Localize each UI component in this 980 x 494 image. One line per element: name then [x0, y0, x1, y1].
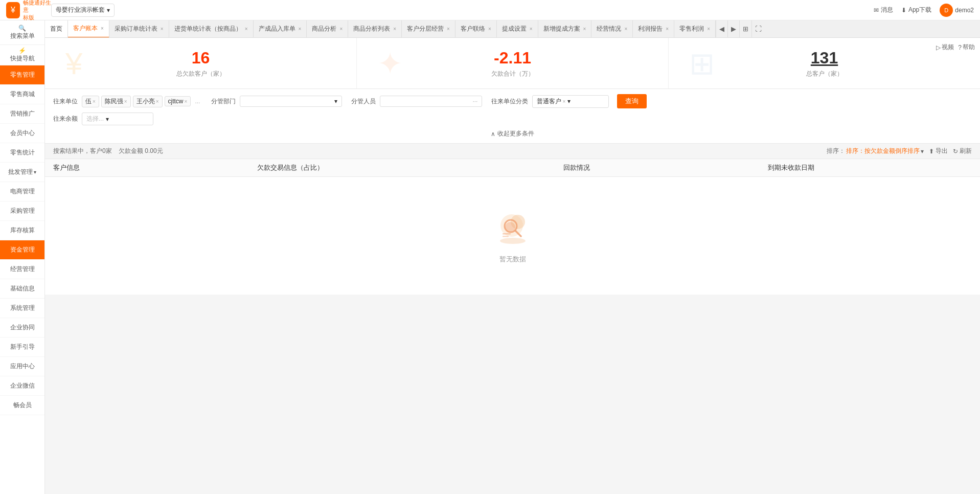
workspace-selector[interactable]: 母婴行业演示帐套 ▾ [51, 4, 115, 17]
top-right-actions: ✉ 消息 ⬇ App下载 D demo2 [874, 4, 974, 17]
sidebar-item-retail-stats[interactable]: 零售统计 [0, 143, 44, 163]
tab-customer-tier-close[interactable]: × [447, 26, 450, 32]
empty-text: 暂无数据 [499, 255, 526, 264]
content-area: 首页 客户账本 × 采购订单统计表 × 进货单统计表（按商品） × 产成品入库单… [45, 20, 980, 494]
tab-nav-left[interactable]: ◀ [716, 20, 727, 38]
tab-profit-report[interactable]: 利润报告 × [633, 20, 674, 38]
sidebar-item-wholesale-mgmt[interactable]: 批发管理 ▾ [0, 163, 44, 182]
tab-product-analysis[interactable]: 商品分析 × [307, 20, 348, 38]
sidebar-item-basic-info[interactable]: 基础信息 [0, 279, 44, 299]
sidebar-item-vip-member[interactable]: 畅会员 [0, 396, 44, 415]
unit-category-select[interactable]: 普通客户 × ▾ [532, 95, 609, 108]
result-summary-text: 搜索结果中，客户0家 [53, 147, 112, 154]
unit-tags-more[interactable]: ... [193, 97, 202, 106]
empty-state: 暂无数据 [45, 177, 980, 295]
tab-stock-stats-by-product[interactable]: 进货单统计表（按商品） × [169, 20, 254, 38]
stats-banner: ¥ 16 总欠款客户（家） ✦ -2.11 欠款合计（万） ⊞ 131 总客户（… [45, 38, 980, 89]
tab-operations-status[interactable]: 经营情况 × [591, 20, 633, 38]
sidebar-item-system[interactable]: 系统管理 [0, 299, 44, 318]
tab-customer-receivable[interactable]: 客户账本 × [68, 20, 109, 38]
export-btn[interactable]: ⬆ 导出 [929, 147, 948, 155]
sidebar-item-operations[interactable]: 经营管理 [0, 260, 44, 279]
unit-tag-wu-close[interactable]: × [93, 99, 96, 104]
user-profile[interactable]: D demo2 [940, 4, 974, 17]
stats-actions: ▷ 视频 ? 帮助 [936, 43, 975, 52]
tab-purchase-order-stats-close[interactable]: × [161, 26, 164, 32]
sidebar-item-retail-store[interactable]: 零售商城 [0, 85, 44, 104]
sidebar-item-inventory[interactable]: 库存核算 [0, 221, 44, 240]
tab-product-analysis-close[interactable]: × [339, 26, 343, 32]
sidebar-search[interactable]: 🔍 搜索菜单 [0, 20, 44, 45]
data-table: 客户信息 欠款交易信息（占比） 回款情况 到期未收款日期 [45, 159, 980, 295]
tab-promotion-settings-close[interactable]: × [530, 26, 533, 32]
svg-rect-7 [503, 236, 509, 237]
tab-product-analysis-list-close[interactable]: × [393, 26, 396, 32]
tab-new-promotion[interactable]: 新增提成方案 × [538, 20, 592, 38]
tabs-bar: 首页 客户账本 × 采购订单统计表 × 进货单统计表（按商品） × 产成品入库单… [45, 20, 980, 38]
unit-tag-chenminqiang-close[interactable]: × [124, 99, 127, 104]
sidebar-item-purchase[interactable]: 采购管理 [0, 201, 44, 221]
unit-category-close[interactable]: × [562, 99, 565, 104]
tab-nav-menu[interactable]: ⊞ [739, 20, 751, 38]
collapse-filters-btn[interactable]: ∧ 收起更多条件 [491, 129, 534, 138]
video-btn[interactable]: ▷ 视频 [936, 43, 954, 52]
download-icon: ⬇ [901, 7, 906, 14]
tab-purchase-order-stats[interactable]: 采购订单统计表 × [109, 20, 169, 38]
sidebar-item-marketing[interactable]: 营销推广 [0, 104, 44, 124]
logo-icon: ¥ [6, 2, 20, 18]
tab-customer-contact-close[interactable]: × [488, 26, 491, 32]
sidebar-item-enterprise-collab[interactable]: 企业协同 [0, 318, 44, 338]
balance-filter-label: 往来余额 [53, 115, 78, 123]
message-btn[interactable]: ✉ 消息 [874, 6, 893, 14]
tab-stock-stats-close[interactable]: × [245, 26, 248, 32]
tab-home[interactable]: 首页 [45, 20, 68, 38]
tab-promotion-settings[interactable]: 提成设置 × [497, 20, 538, 38]
sort-selector[interactable]: 排序： 排序：按欠款金额倒序排序 ▾ [827, 147, 924, 155]
tab-profit-report-label: 利润报告 [638, 25, 663, 33]
stats-card-receivable: ✦ -2.11 欠款合计（万） [357, 38, 669, 88]
query-button[interactable]: 查询 [617, 94, 647, 108]
sidebar-item-member-center[interactable]: 会员中心 [0, 124, 44, 143]
sidebar-item-enterprise-wechat[interactable]: 企业微信 [0, 376, 44, 396]
sort-value: 排序：按欠款金额倒序排序 [846, 147, 920, 155]
unit-category-label: 往来单位分类 [491, 97, 528, 106]
tab-retail-profit-close[interactable]: × [707, 26, 710, 32]
dept-select[interactable]: ▾ [240, 96, 342, 107]
sidebar-item-app-center[interactable]: 应用中心 [0, 357, 44, 376]
unit-tag-wangxiaoliang-close[interactable]: × [156, 99, 159, 104]
tab-fullscreen[interactable]: ⛶ [751, 20, 765, 38]
tab-product-cost-close[interactable]: × [299, 26, 302, 32]
unit-category-value: 普通客户 [537, 97, 561, 106]
chevron-down-icon-dept: ▾ [334, 98, 337, 105]
col-due-date: 到期未收款日期 [768, 163, 972, 172]
sidebar-item-ecommerce[interactable]: 电商管理 [0, 182, 44, 201]
svg-point-0 [500, 238, 526, 244]
sidebar-item-retail-mgmt[interactable]: 零售管理 [0, 65, 44, 85]
tab-product-analysis-list[interactable]: 商品分析列表 × [348, 20, 402, 38]
refresh-btn[interactable]: ↻ 刷新 [953, 147, 972, 155]
sidebar-item-finance[interactable]: 资金管理 [0, 240, 44, 260]
tab-nav-right[interactable]: ▶ [727, 20, 739, 38]
unit-tag-cjttcw-close[interactable]: × [185, 99, 188, 104]
app-download-btn[interactable]: ⬇ App下载 [901, 6, 931, 14]
empty-icon [492, 208, 533, 249]
tab-customer-contact[interactable]: 客户联络 × [455, 20, 497, 38]
help-btn[interactable]: ? 帮助 [958, 43, 975, 52]
tab-customer-tier[interactable]: 客户分层经营 × [402, 20, 455, 38]
tab-customer-receivable-close[interactable]: × [101, 26, 104, 31]
collapse-label: 收起更多条件 [497, 129, 534, 138]
stats-bg-icon-2: ✦ [377, 46, 403, 81]
export-icon: ⬆ [929, 148, 934, 155]
tab-product-cost[interactable]: 产成品入库单 × [254, 20, 307, 38]
tab-retail-profit[interactable]: 零售利润 × [674, 20, 716, 38]
tab-profit-report-close[interactable]: × [666, 26, 669, 32]
tab-new-promotion-close[interactable]: × [583, 26, 586, 32]
sidebar: 🔍 搜索菜单 ⚡ 快捷导航 零售管理 零售商城 营销推广 会员中心 零售统计 批… [0, 20, 45, 494]
tab-operations-status-close[interactable]: × [624, 26, 627, 32]
sidebar-item-new-guide[interactable]: 新手引导 [0, 338, 44, 357]
person-select[interactable]: ··· [380, 96, 482, 107]
sidebar-quick-nav[interactable]: ⚡ 快捷导航 [0, 45, 44, 65]
unit-tag-wu: 伍 × [82, 96, 99, 107]
tab-home-label: 首页 [50, 25, 62, 33]
balance-select[interactable]: 选择... ▾ [82, 113, 153, 125]
